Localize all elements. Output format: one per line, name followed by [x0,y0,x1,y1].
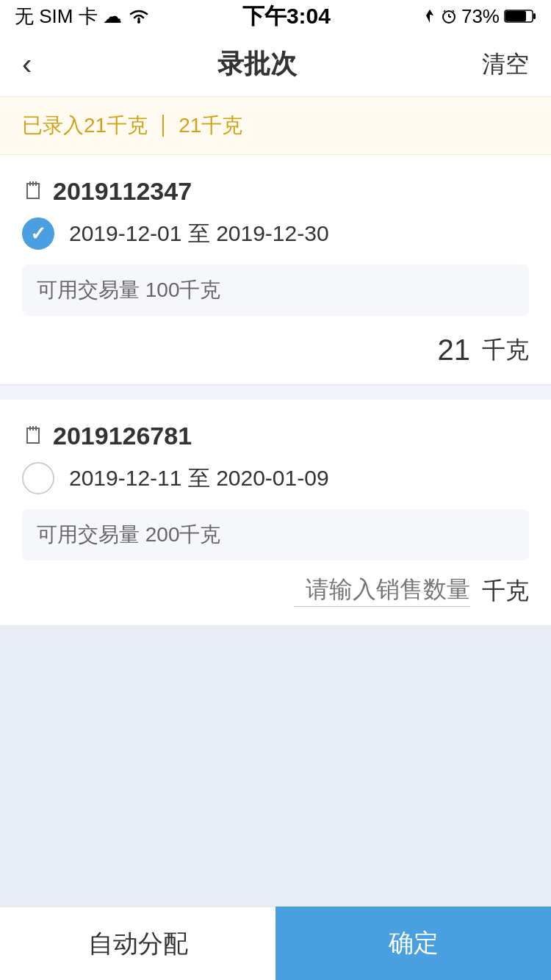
svg-line-5 [453,10,454,12]
batch-2-id: 2019126781 [53,422,192,450]
empty-area [0,626,551,920]
nav-bar: ‹ 录批次 清空 [0,32,551,97]
batch-item-1: 🗒 2019112347 2019-12-01 至 2019-12-30 可用交… [0,155,551,316]
batch-2-available: 可用交易量 200千克 [22,509,529,561]
recorded-label: 已录入21千克 [22,112,148,140]
batch-2-unit: 千克 [482,575,529,608]
batch-2-icon: 🗒 [22,422,46,450]
batch-2-input-row: 千克 [0,561,551,626]
batch-1-quantity-unit: 千克 [482,334,529,367]
svg-point-0 [137,21,140,24]
clear-button[interactable]: 清空 [482,48,529,81]
battery-percent: 73% [461,5,500,28]
batch-2-radio[interactable] [22,462,54,494]
batch-2-date: 2019-12-11 至 2020-01-09 [69,464,329,494]
back-button[interactable]: ‹ [22,48,32,81]
batch-2-date-row: 2019-12-11 至 2020-01-09 [22,462,529,494]
svg-line-4 [444,10,445,12]
info-divider [162,115,164,137]
wifi-icon [128,8,150,24]
confirm-button[interactable]: 确定 [276,907,551,980]
sim-label: 无 SIM 卡 ☁ [15,4,122,29]
location-icon [423,8,436,24]
batch-1-quantity-row: 21 千克 [0,316,551,384]
batch-1-icon: 🗒 [22,178,46,205]
batch-1-radio[interactable] [22,217,54,250]
batch-2-header: 🗒 2019126781 [22,422,529,450]
page-title: 录批次 [217,46,297,82]
status-time: 下午3:04 [242,1,331,32]
batch-2-quantity-input[interactable] [294,576,470,607]
recorded-value: 21千克 [179,112,242,140]
batch-item-2: 🗒 2019126781 2019-12-11 至 2020-01-09 可用交… [0,400,551,561]
alarm-icon [441,8,457,24]
info-banner: 已录入21千克 21千克 [0,97,551,155]
section-separator [0,385,551,400]
batch-1-id: 2019112347 [53,177,192,206]
batch-1-date-row: 2019-12-01 至 2019-12-30 [22,217,529,250]
status-bar: 无 SIM 卡 ☁ 下午3:04 73% [0,0,551,32]
batch-1-date: 2019-12-01 至 2019-12-30 [69,219,329,249]
svg-rect-8 [533,13,536,19]
status-right: 73% [423,5,536,28]
auto-distribute-button[interactable]: 自动分配 [0,907,276,980]
batch-1-available: 可用交易量 100千克 [22,264,529,316]
status-left: 无 SIM 卡 ☁ [15,4,150,29]
bottom-bar: 自动分配 确定 [0,907,551,980]
svg-rect-7 [505,11,526,21]
battery-icon [504,8,536,24]
batch-1-quantity-value: 21 [438,334,471,367]
batch-1-header: 🗒 2019112347 [22,177,529,206]
